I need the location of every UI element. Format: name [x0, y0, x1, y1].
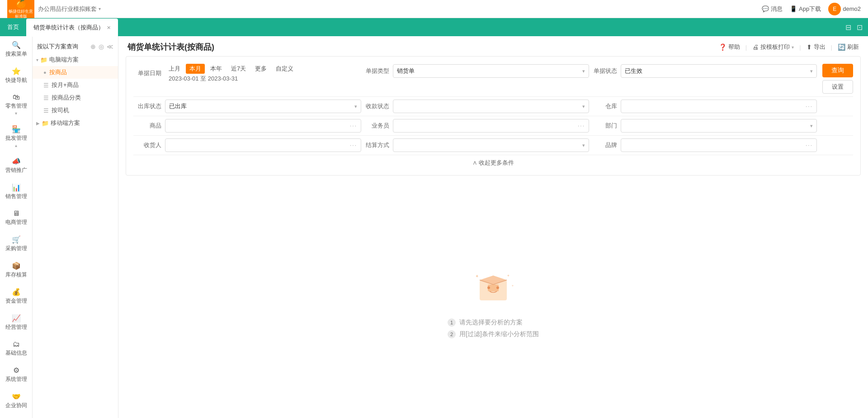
collapse-row[interactable]: ∧ 收起更多条件	[133, 155, 853, 171]
scheme-group-pc-title[interactable]: ▾ 📁 电脑端方案	[33, 53, 118, 66]
message-icon: 💬	[762, 5, 769, 12]
date-opt-more[interactable]: 更多	[251, 64, 270, 74]
tab-close-icon[interactable]: ✕	[107, 25, 111, 31]
sidebar-item-finance[interactable]: 💰 资金管理	[0, 283, 32, 309]
goods-label: 商品	[133, 122, 165, 130]
scheme-collapse-icon[interactable]: ≪	[107, 43, 113, 50]
query-panel: 销货单统计计表(按商品) ❓ 帮助 | 🖨 按模板打印 ▾ | ⬆	[118, 36, 868, 418]
sidebar-item-marketing[interactable]: 📣 营销推广	[0, 152, 32, 179]
receipt-select[interactable]: ▾	[393, 100, 589, 113]
date-range: 2023-03-01 至 2023-03-31	[169, 75, 297, 83]
sidebar-item-collab[interactable]: 🤝 企业协同	[0, 388, 32, 414]
settings-button[interactable]: 设置	[822, 80, 853, 94]
svg-text:✦: ✦	[507, 274, 510, 278]
scheme-group-mobile: ▶ 📁 移动端方案	[33, 117, 118, 129]
warehouse-input[interactable]: ···	[621, 100, 817, 113]
tab-minimize-button[interactable]: ⊟	[844, 21, 853, 33]
staff-dots-icon: ···	[578, 123, 585, 129]
scheme-settings-icon[interactable]: ◎	[99, 43, 104, 50]
help-icon: ❓	[719, 43, 726, 51]
marketing-icon: 📣	[12, 157, 21, 166]
sidebar-label-finance: 资金管理	[5, 297, 27, 305]
goods-input[interactable]: ···	[165, 119, 361, 133]
staff-input[interactable]: ···	[393, 119, 589, 133]
scheme-item-label-month: 按月+商品	[52, 81, 79, 89]
refresh-icon: 🔄	[838, 43, 845, 51]
scheme-item-icon-month: ☰	[43, 82, 49, 89]
brand-input[interactable]: ···	[621, 138, 817, 152]
type-select[interactable]: 销货单 ▾	[393, 64, 589, 78]
user-avatar[interactable]: E demo2	[828, 3, 861, 15]
scheme-item-icon-drv: ☰	[43, 107, 49, 114]
date-options: 上月 本月 本年 近7天 更多 自定义	[165, 64, 297, 74]
template-print-button[interactable]: 🖨 按模板打印 ▾	[752, 43, 794, 51]
tab-home[interactable]: 首页	[0, 18, 26, 36]
status-select[interactable]: 已生效 ▾	[621, 64, 817, 78]
scheme-panel-title: 按以下方案查询	[37, 43, 78, 51]
stock-select[interactable]: 已出库 ▾	[165, 100, 361, 113]
scheme-item-category[interactable]: ☰ 按商品分类	[33, 91, 118, 104]
collab-icon: 🤝	[12, 392, 21, 401]
topbar: 🍊 畅捷信好生意 标准版 办公用品行业模拟账套 ▾ 💬 消息 📱 App下载 E…	[0, 0, 868, 18]
sidebar-item-inventory[interactable]: 📦 库存核算	[0, 257, 32, 283]
empty-state: ✦ ✦ ✦ 1 请先选择要分析的方案 2 用[过滤]条件来缩小分析范围	[118, 176, 868, 418]
scheme-subgroup-month: ☰ 按月+商品	[33, 79, 118, 91]
mobile-folder-icon: 📁	[42, 120, 49, 127]
type-value: 销货单	[397, 67, 415, 75]
sidebar-item-retail[interactable]: 🛍 零售管理 ▾	[0, 89, 32, 120]
tab-sales-stat[interactable]: 销货单统计计表（按商品） ✕	[26, 19, 118, 37]
sidebar-label-search: 搜索菜单	[5, 50, 27, 58]
message-button[interactable]: 💬 消息	[762, 5, 783, 13]
quicknav-icon: ⭐	[12, 67, 21, 76]
tab-maximize-button[interactable]: ⊡	[855, 21, 864, 33]
search-icon: 🔍	[12, 41, 21, 49]
export-button[interactable]: ⬆ 导出	[807, 43, 826, 51]
scheme-item-by-goods[interactable]: ● 按商品	[33, 66, 118, 79]
tab-home-label: 首页	[7, 23, 19, 31]
help-button[interactable]: ❓ 帮助	[719, 43, 740, 51]
goods-dots-icon: ···	[350, 123, 357, 129]
app-download-button[interactable]: 📱 App下载	[790, 5, 821, 13]
date-opt-7days[interactable]: 近7天	[227, 64, 250, 74]
pc-group-toggle-icon: ▾	[36, 57, 38, 62]
scheme-item-label-cat: 按商品分类	[52, 94, 81, 102]
sidebar-item-search[interactable]: 🔍 搜索菜单	[0, 36, 32, 62]
date-opt-custom[interactable]: 自定义	[272, 64, 297, 74]
sidebar-item-purchase[interactable]: 🛒 采购管理	[0, 231, 32, 257]
scheme-group-pc: ▾ 📁 电脑端方案 ● 按商品 ☰ 按月+商品 ☰ 按商品分类	[33, 53, 118, 117]
date-opt-thisyear[interactable]: 本年	[207, 64, 226, 74]
refresh-button[interactable]: 🔄 刷新	[838, 43, 859, 51]
topbar-right: 💬 消息 📱 App下载 E demo2	[762, 3, 861, 15]
workspace-title[interactable]: 办公用品行业模拟账套 ▾	[38, 5, 101, 13]
date-opt-lastmonth[interactable]: 上月	[165, 64, 184, 74]
sidebar-item-system[interactable]: ⚙ 系统管理	[0, 361, 32, 388]
sidebar-label-system: 系统管理	[5, 375, 27, 383]
sidebar-item-quicknav[interactable]: ⭐ 快捷导航	[0, 62, 32, 89]
stock-arrow-icon: ▾	[354, 104, 357, 109]
scheme-item-month-goods[interactable]: ☰ 按月+商品	[33, 79, 118, 91]
status-value: 已生效	[625, 67, 642, 75]
query-button[interactable]: 查询	[822, 64, 853, 77]
sidebar-item-wholesale[interactable]: 🏪 批发管理 ▴	[0, 120, 32, 152]
sidebar-item-basic[interactable]: 🗂 基础信息	[0, 336, 32, 361]
date-opt-thismonth[interactable]: 本月	[186, 64, 205, 74]
app-icon: 📱	[790, 5, 797, 12]
workspace-name: 办公用品行业模拟账套	[38, 5, 97, 13]
scheme-item-driver[interactable]: ☰ 按司机	[33, 104, 118, 117]
scheme-add-icon[interactable]: ⊕	[90, 43, 96, 50]
purchase-icon: 🛒	[12, 235, 21, 244]
dept-label: 部门	[589, 122, 621, 130]
settle-select[interactable]: ▾	[393, 138, 589, 152]
print-icon: 🖨	[752, 43, 759, 51]
consignee-input[interactable]: ···	[165, 138, 361, 152]
divider-1: |	[745, 44, 747, 51]
sidebar-item-sales[interactable]: 📊 销售管理	[0, 179, 32, 205]
sidebar-item-guide[interactable]: 📖 新手引导	[0, 414, 32, 418]
scheme-item-label-drv: 按司机	[52, 106, 69, 114]
warehouse-label: 仓库	[589, 102, 621, 110]
sidebar-item-ops[interactable]: 📈 经营管理	[0, 309, 32, 336]
sidebar-label-inventory: 库存核算	[5, 271, 27, 279]
scheme-group-mobile-title[interactable]: ▶ 📁 移动端方案	[33, 117, 118, 129]
sidebar-item-ecommerce[interactable]: 🖥 电商管理	[0, 205, 32, 231]
dept-select[interactable]: ▾	[621, 119, 817, 133]
